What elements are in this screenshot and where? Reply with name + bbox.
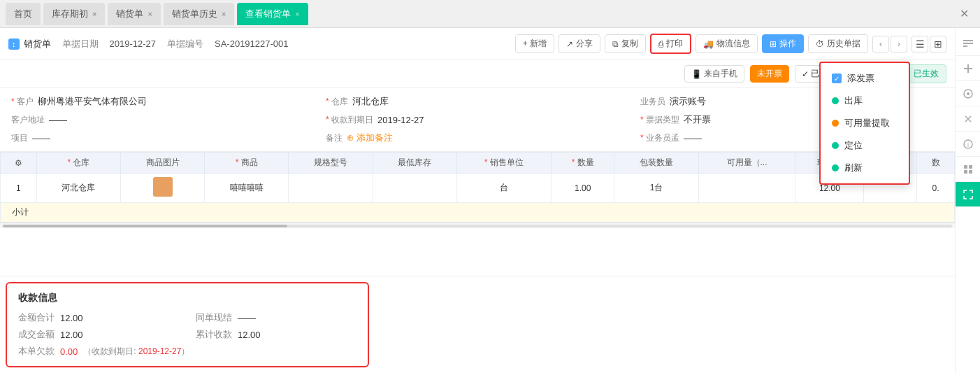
- same-settlement-value: ——: [238, 313, 256, 323]
- form-section: 客户 柳州粤港平安气体有限公司 仓库 河北仓库 业务员 演示账号 客户地址 ——…: [0, 88, 955, 152]
- truck-icon: 🚚: [703, 39, 714, 49]
- copy-button[interactable]: ⧉ 复制: [605, 34, 646, 53]
- nav-arrows: ‹ ›: [872, 36, 907, 52]
- col-spec: 规格型号: [289, 153, 373, 174]
- next-button[interactable]: ›: [891, 36, 907, 52]
- share-icon: ↗: [566, 39, 573, 49]
- add-note-button[interactable]: ⊕ 添加备注: [347, 132, 393, 144]
- cumulative-receipt-value: 12.00: [238, 330, 261, 340]
- col-min-stock: 最低库存: [373, 153, 456, 174]
- not-open-button[interactable]: 未开票: [750, 65, 789, 83]
- available-qty-label: 可用量提取: [844, 117, 890, 129]
- tab-inventory[interactable]: 库存期初 ×: [43, 3, 105, 25]
- tab-sales-history-label: 销货单历史: [172, 8, 217, 20]
- date-value: 2019-12-27: [110, 38, 157, 49]
- data-table-wrapper: ⚙ * 仓库 商品图片 * 商品 规格型号 最低库存 * 销售单位 * 数量 包…: [0, 152, 955, 276]
- share-label: 分享: [576, 38, 593, 50]
- tab-sales[interactable]: 销货单 ×: [108, 3, 160, 25]
- sidebar-icon-2[interactable]: [956, 56, 981, 81]
- svg-text:i: i: [967, 141, 969, 148]
- mobile-label: 来自手机: [704, 68, 737, 80]
- address-value: ——: [49, 115, 67, 125]
- secondary-action-bar: 📱 来自手机 未开票 ✓ 已审 ✓ 已核销 ✓ 已生效: [0, 60, 955, 88]
- sidebar-icon-3[interactable]: [956, 81, 981, 106]
- cell-sales-unit: 台: [456, 174, 551, 203]
- sales-table: ⚙ * 仓库 商品图片 * 商品 规格型号 最低库存 * 销售单位 * 数量 包…: [0, 152, 955, 223]
- tab-home[interactable]: 首页: [6, 3, 41, 25]
- logistics-button[interactable]: 🚚 物流信息: [696, 34, 758, 53]
- dropdown-refresh[interactable]: 刷新: [821, 157, 909, 179]
- grid-icon: ⊞: [770, 39, 777, 49]
- cell-seq: 1: [1, 174, 37, 203]
- subtotal-row: 小计: [1, 203, 955, 223]
- tab-inventory-close[interactable]: ×: [92, 10, 96, 18]
- arrears-note: （收款到期日: 2019-12-27）: [83, 346, 189, 358]
- tab-sales-close[interactable]: ×: [147, 10, 152, 18]
- table-row: 1 河北仓库 嘻嘻嘻嘻 台 1.00 1台 12.00: [1, 174, 955, 203]
- number-label: 单据编号: [167, 38, 203, 50]
- sidebar-icon-5[interactable]: i: [956, 132, 981, 157]
- tab-sales-label: 销货单: [116, 8, 143, 20]
- dropdown-locate[interactable]: 定位: [821, 134, 909, 157]
- tab-view-sales-close[interactable]: ×: [295, 10, 299, 18]
- total-amount-value: 12.00: [60, 313, 83, 323]
- new-button[interactable]: + 新增: [515, 34, 554, 53]
- ticket-type-value: 不开票: [684, 113, 711, 126]
- check-icon: ✓: [802, 69, 809, 79]
- refresh-dot: [832, 164, 839, 171]
- warehouse-label: 仓库: [326, 96, 348, 108]
- window-close-button[interactable]: ✕: [954, 4, 974, 23]
- sidebar-icon-4[interactable]: [956, 106, 981, 132]
- transaction-amount-value: 12.00: [60, 330, 83, 340]
- svg-point-4: [967, 92, 970, 95]
- prev-button[interactable]: ‹: [872, 36, 889, 52]
- dropdown-outbound[interactable]: 出库: [821, 90, 909, 112]
- share-button[interactable]: ↗ 分享: [559, 34, 600, 53]
- mobile-button[interactable]: 📱 来自手机: [684, 65, 744, 83]
- due-date-value: 2019-12-27: [377, 115, 424, 125]
- tab-view-sales[interactable]: 查看销货单 ×: [237, 3, 308, 25]
- horizontal-scrollbar[interactable]: [0, 223, 955, 228]
- tab-sales-history[interactable]: 销货单历史 ×: [164, 3, 234, 25]
- add-note-label: 添加备注: [356, 132, 393, 143]
- dropdown-available-qty[interactable]: 可用量提取: [821, 112, 909, 134]
- operation-button[interactable]: ⊞ 操作: [762, 34, 804, 53]
- col-pack-qty: 包装数量: [614, 153, 698, 174]
- same-settlement-label: 同单现结: [196, 311, 232, 324]
- product-image: [153, 177, 173, 197]
- subtotal-label: 小计: [1, 203, 955, 223]
- transaction-amount-label: 成交金额: [18, 328, 55, 341]
- col-amount: 数: [917, 153, 955, 174]
- svg-rect-1: [963, 43, 973, 44]
- address-row: 客户地址 ——: [11, 113, 315, 126]
- dropdown-add-invoice[interactable]: ✓ 添发票: [821, 67, 909, 90]
- list-view-button[interactable]: ☰: [911, 36, 928, 52]
- locate-label: 定位: [844, 139, 863, 152]
- grid-view-button[interactable]: ⊞: [930, 36, 946, 52]
- project-row: 项目 ——: [11, 132, 315, 144]
- note-label: 备注: [326, 132, 343, 144]
- tab-view-sales-label: 查看销货单: [245, 8, 291, 20]
- operation-label: 操作: [779, 38, 796, 50]
- sidebar-icon-6[interactable]: [956, 157, 981, 182]
- outbound-dot: [832, 97, 839, 104]
- col-warehouse: * 仓库: [36, 153, 120, 174]
- cell-image: [120, 174, 204, 203]
- print-icon: ⎙: [658, 39, 663, 49]
- date-label: 单据日期: [62, 38, 99, 50]
- due-date-label: 收款到期日: [326, 114, 373, 126]
- sidebar-expand-button[interactable]: [956, 182, 981, 207]
- locate-dot: [832, 142, 839, 149]
- col-gear[interactable]: ⚙: [1, 153, 37, 174]
- doc-actions: + 新增 ↗ 分享 ⧉ 复制 ⎙ 打印 🚚 物流信息: [515, 34, 946, 54]
- history-button[interactable]: ⏱ 历史单据: [808, 34, 868, 53]
- new-label: + 新增: [523, 38, 547, 50]
- print-button[interactable]: ⎙ 打印: [650, 34, 691, 54]
- tab-sales-history-close[interactable]: ×: [222, 10, 226, 18]
- note-row: 备注 ⊕ 添加备注: [326, 132, 629, 144]
- due-date-row: 收款到期日 2019-12-27: [326, 113, 629, 126]
- plus-icon: ⊕: [347, 132, 354, 143]
- sidebar-icon-1[interactable]: [956, 31, 981, 56]
- col-image: 商品图片: [120, 153, 204, 174]
- add-invoice-label: 添发票: [847, 72, 874, 85]
